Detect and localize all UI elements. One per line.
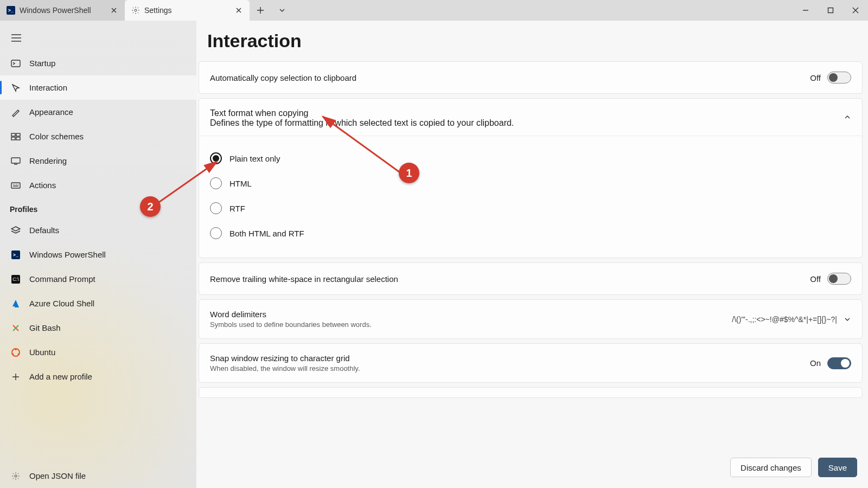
sidebar-item-label: Open JSON file — [29, 471, 86, 480]
main-content: Interaction Automatically copy selection… — [196, 21, 868, 488]
sidebar-item-interaction[interactable]: Interaction — [0, 75, 196, 100]
setting-trim-whitespace[interactable]: Remove trailing white-space in rectangul… — [199, 262, 863, 295]
close-icon[interactable] — [234, 6, 243, 15]
svg-rect-6 — [16, 137, 20, 140]
svg-rect-8 — [11, 183, 20, 188]
layers-icon — [11, 226, 21, 235]
toggle-snap[interactable] — [827, 357, 851, 369]
radio-icon — [210, 227, 222, 239]
titlebar: >_ Windows PowerShell Settings — [0, 0, 868, 21]
sidebar-item-label: Startup — [29, 59, 55, 68]
setting-desc: When disabled, the window will resize sm… — [210, 364, 360, 373]
git-icon — [11, 323, 21, 333]
setting-header[interactable]: Text format when copying Defines the typ… — [199, 99, 862, 136]
svg-point-14 — [12, 353, 14, 355]
tab-powershell[interactable]: >_ Windows PowerShell — [0, 0, 125, 21]
new-tab-button[interactable] — [250, 0, 271, 21]
sidebar-item-gitbash[interactable]: Git Bash — [0, 316, 196, 340]
svg-point-12 — [15, 349, 17, 350]
powershell-icon: >_ — [7, 6, 15, 15]
delimiter-value: /\()"'-.,;:<>~!@#$%^&*|+=[]{}~?| — [732, 315, 837, 324]
startup-icon — [11, 59, 21, 68]
setting-label: Text format when copying — [210, 108, 514, 118]
footer-actions: Discard changes Save — [196, 449, 868, 488]
svg-rect-2 — [11, 60, 20, 67]
sidebar-item-label: Interaction — [29, 83, 67, 92]
minimize-button[interactable] — [793, 0, 818, 21]
setting-auto-copy[interactable]: Automatically copy selection to clipboar… — [199, 61, 863, 94]
sidebar-item-label: Git Bash — [29, 323, 61, 332]
gear-icon — [11, 471, 21, 481]
svg-rect-1 — [828, 8, 833, 13]
sidebar-item-label: Windows PowerShell — [29, 250, 106, 259]
sidebar-item-label: Actions — [29, 181, 56, 190]
sidebar-item-actions[interactable]: Actions — [0, 173, 196, 197]
setting-label: Remove trailing white-space in rectangul… — [210, 274, 398, 284]
sidebar-item-defaults[interactable]: Defaults — [0, 218, 196, 242]
discard-button[interactable]: Discard changes — [730, 458, 812, 477]
sidebar-item-label: Command Prompt — [29, 274, 95, 284]
svg-rect-5 — [11, 137, 15, 140]
radio-both[interactable]: Both HTML and RTF — [210, 221, 851, 246]
toggle-trim[interactable] — [827, 273, 851, 285]
sidebar-item-ubuntu[interactable]: Ubuntu — [0, 340, 196, 364]
setting-label: Word delimiters — [210, 310, 372, 319]
setting-word-delimiters[interactable]: Word delimiters Symbols used to define b… — [199, 299, 863, 339]
sidebar-item-rendering[interactable]: Rendering — [0, 149, 196, 173]
sidebar-item-powershell[interactable]: >_ Windows PowerShell — [0, 242, 196, 267]
setting-label: Snap window resizing to character grid — [210, 354, 360, 363]
sidebar-item-colors[interactable]: Color schemes — [0, 124, 196, 149]
setting-text-format: Text format when copying Defines the typ… — [199, 98, 863, 258]
sidebar-item-open-json[interactable]: Open JSON file — [0, 464, 196, 488]
radio-icon — [210, 177, 222, 189]
powershell-icon: >_ — [11, 250, 21, 260]
appearance-icon — [11, 107, 21, 117]
sidebar-item-label: Azure Cloud Shell — [29, 299, 94, 308]
setting-desc: Defines the type of formatting in which … — [210, 118, 514, 128]
sidebar-item-add-profile[interactable]: Add a new profile — [0, 364, 196, 389]
monitor-icon — [11, 156, 21, 166]
save-button[interactable]: Save — [818, 458, 857, 477]
svg-point-0 — [135, 9, 137, 11]
sidebar-item-label: Rendering — [29, 156, 67, 165]
interaction-icon — [11, 83, 21, 93]
toggle-state: Off — [810, 73, 821, 82]
svg-rect-7 — [11, 158, 20, 163]
tab-dropdown-icon[interactable] — [271, 0, 293, 21]
sidebar: Startup Interaction Appearance Color sch… — [0, 21, 196, 488]
radio-label: Both HTML and RTF — [229, 229, 304, 238]
radio-rtf[interactable]: RTF — [210, 196, 851, 221]
cmd-icon: C:\ — [11, 274, 21, 284]
setting-snap-resize[interactable]: Snap window resizing to character grid W… — [199, 343, 863, 383]
sidebar-item-label: Add a new profile — [29, 372, 92, 381]
sidebar-item-appearance[interactable]: Appearance — [0, 100, 196, 124]
ubuntu-icon — [11, 348, 21, 357]
tab-label: Windows PowerShell — [20, 6, 91, 15]
profiles-header: Profiles — [0, 197, 196, 218]
radio-group-text-format: Plain text only HTML RTF Both HTML and R… — [199, 136, 862, 258]
plus-icon — [11, 372, 21, 382]
radio-icon — [210, 202, 222, 214]
sidebar-item-cmd[interactable]: C:\ Command Prompt — [0, 267, 196, 291]
hamburger-icon[interactable] — [3, 25, 29, 51]
close-icon[interactable] — [110, 6, 118, 15]
maximize-button[interactable] — [818, 0, 843, 21]
toggle-state: On — [810, 358, 821, 368]
close-button[interactable] — [843, 0, 868, 21]
radio-plain-text[interactable]: Plain text only — [210, 146, 851, 171]
azure-icon — [11, 299, 21, 309]
sidebar-item-azure[interactable]: Azure Cloud Shell — [0, 291, 196, 316]
svg-point-13 — [18, 353, 20, 355]
sidebar-item-label: Ubuntu — [29, 348, 55, 357]
toggle-auto-copy[interactable] — [827, 72, 851, 84]
radio-html[interactable]: HTML — [210, 171, 851, 196]
sidebar-item-label: Appearance — [29, 107, 73, 117]
sidebar-item-startup[interactable]: Startup — [0, 51, 196, 75]
tab-label: Settings — [144, 6, 172, 15]
radio-label: RTF — [229, 204, 245, 213]
setting-label: Automatically copy selection to clipboar… — [210, 73, 356, 82]
svg-rect-3 — [11, 133, 15, 136]
tab-settings[interactable]: Settings — [125, 0, 250, 21]
window-controls — [793, 0, 868, 21]
toggle-state: Off — [810, 274, 821, 284]
